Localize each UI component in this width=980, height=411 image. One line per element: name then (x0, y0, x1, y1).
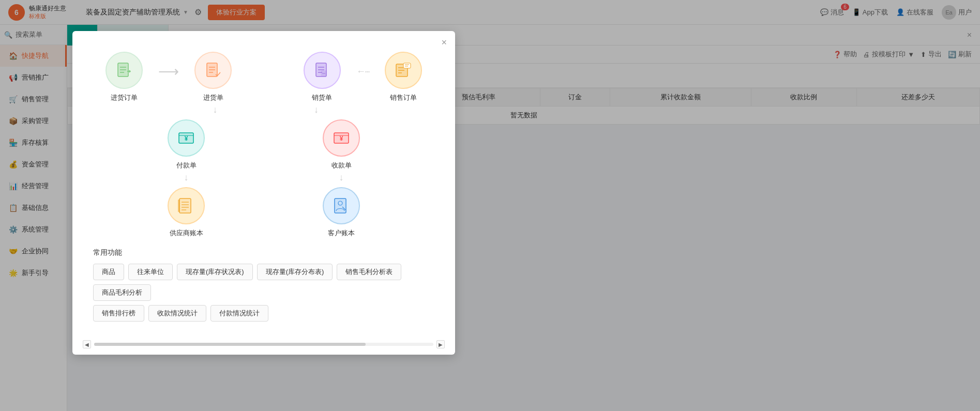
sales-order-icon (385, 52, 422, 89)
func-buttons-row2: 销售排行榜 收款情况统计 付款情况统计 (93, 305, 434, 322)
svg-rect-39 (178, 200, 180, 212)
purchase-order-icon (105, 52, 143, 89)
sales-order-label: 销售订单 (390, 93, 417, 102)
flow-node-sales-bill[interactable]: 销货单 (291, 52, 353, 102)
sales-bill-icon (304, 52, 341, 89)
func-btn-payment-stats[interactable]: 付款情况统计 (210, 305, 268, 322)
func-btn-product-profit[interactable]: 商品毛利分析 (93, 284, 151, 301)
customer-ledger-icon (323, 187, 360, 224)
modal-close-button[interactable]: × (441, 37, 447, 48)
arrow-left-dashed-icon: ←··· (356, 66, 369, 77)
common-functions-section: 常用功能 商品 往来单位 现存量(库存状况表) 现存量(库存分布表) 销售毛利分… (72, 248, 455, 336)
modal-scrollbar: ◀ ▶ (72, 336, 455, 355)
arrow-down-payment-icon: ↓ (184, 172, 189, 182)
purchase-bill-icon (194, 52, 232, 89)
supplier-ledger-icon (168, 187, 205, 224)
purchase-order-label: 进货订单 (111, 93, 138, 102)
func-buttons-row1: 商品 往来单位 现存量(库存状况表) 现存量(库存分布表) 销售毛利分析表 商品… (93, 264, 434, 301)
func-btn-partners[interactable]: 往来单位 (128, 264, 173, 280)
scroll-left-arrow[interactable]: ◀ (83, 340, 91, 348)
func-btn-inventory-distribution[interactable]: 现存量(库存分布表) (257, 264, 333, 280)
payment-bill-label: 付款单 (176, 161, 197, 170)
purchase-bill-label: 进货单 (203, 93, 223, 102)
scroll-right-arrow[interactable]: ▶ (436, 340, 445, 348)
flow-node-receipt-bill[interactable]: ¥ 收款单 (310, 119, 372, 170)
sales-bill-label: 销货单 (312, 93, 332, 102)
supplier-ledger-label: 供应商账本 (170, 229, 203, 238)
flow-node-customer-ledger[interactable]: 客户账本 (310, 187, 372, 238)
func-btn-inventory-status[interactable]: 现存量(库存状况表) (177, 264, 253, 280)
func-btn-sales-profit[interactable]: 销售毛利分析表 (337, 264, 401, 280)
func-btn-sales-ranking[interactable]: 销售排行榜 (93, 305, 144, 322)
customer-ledger-label: 客户账本 (328, 229, 355, 238)
flow-node-supplier-ledger[interactable]: 供应商账本 (155, 187, 217, 238)
receipt-bill-label: 收款单 (331, 161, 352, 170)
arrow-down-receipt-icon: ↓ (339, 172, 344, 182)
svg-rect-33 (179, 199, 191, 213)
flow-node-sales-order[interactable]: 销售订单 (372, 52, 434, 102)
flow-node-payment-bill[interactable]: ¥ 付款单 (155, 119, 217, 170)
flow-section: 进货订单 ⟶ (72, 31, 455, 248)
svg-rect-22 (403, 63, 411, 68)
arrow-down-sales-icon: ↓ (314, 104, 319, 115)
flow-node-purchase-order[interactable]: 进货订单 (93, 52, 155, 102)
func-btn-product[interactable]: 商品 (93, 264, 124, 280)
func-btn-collection-stats[interactable]: 收款情况统计 (148, 305, 206, 322)
modal-overlay[interactable]: × (0, 0, 980, 411)
arrow-right-icon: ⟶ (158, 63, 179, 80)
flow-modal: × (72, 31, 455, 355)
common-functions-title: 常用功能 (93, 248, 434, 257)
flow-node-purchase-bill[interactable]: 进货单 (182, 52, 244, 102)
arrow-down-purchase-icon: ↓ (213, 104, 218, 115)
payment-bill-icon: ¥ (168, 119, 205, 157)
svg-text:¥: ¥ (340, 135, 343, 142)
receipt-bill-icon: ¥ (323, 119, 360, 157)
svg-text:¥: ¥ (185, 135, 188, 142)
